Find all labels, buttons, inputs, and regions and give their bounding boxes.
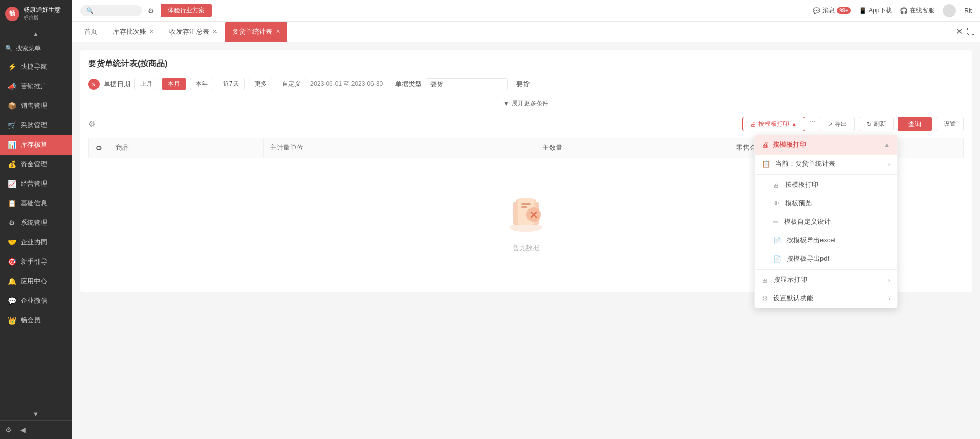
print-dropdown: 🖨 按模板打印 ▲ 📋 当前：要货单统计表 › 🖨 按模板打印 👁 模板预览 <box>754 135 898 308</box>
settings-icon[interactable]: ⚙ <box>5 426 12 434</box>
sidebar-scroll-up[interactable]: ▲ <box>0 28 72 40</box>
sales-icon: 📦 <box>7 101 16 110</box>
excel-icon: 📄 <box>773 237 781 244</box>
current-label: 当前：要货单统计表 <box>775 159 835 168</box>
system-icon: ⚙ <box>7 218 16 227</box>
tab-collection-summary[interactable]: 收发存汇总表 ✕ <box>162 22 224 42</box>
header-right: 💬 消息 99+ 📱 App下载 🎧 在线客服 Rit <box>813 4 972 17</box>
experience-btn[interactable]: 体验行业方案 <box>161 4 212 17</box>
date-btn-this-month[interactable]: 本月 <box>162 78 186 90</box>
sidebar-item-label: 应用中心 <box>21 277 47 286</box>
expand-conditions-btn[interactable]: ▼ 展开更多条件 <box>497 97 555 110</box>
basic-icon: 📋 <box>7 199 16 208</box>
search-icon: 🔍 <box>86 7 94 14</box>
sidebar-item-label: 企业协同 <box>21 238 47 247</box>
sidebar-item-operation[interactable]: 📈 经营管理 <box>0 174 72 194</box>
dropdown-header: 🖨 按模板打印 ▲ <box>755 135 897 155</box>
dropdown-item-template-preview[interactable]: 👁 模板预览 <box>755 194 897 213</box>
sidebar-item-member[interactable]: 👑 畅会员 <box>0 311 72 330</box>
sidebar-item-appstore[interactable]: 🔔 应用中心 <box>0 272 72 291</box>
tab-batch-account[interactable]: 库存批次账 ✕ <box>106 22 161 42</box>
tab-home[interactable]: 首页 <box>77 22 105 42</box>
table-toolbar: ⚙ 🖨 按模板打印 ▲ ··· ↗ 导出 ↻ 刷新 <box>88 117 964 131</box>
date-btn-7days[interactable]: 近7天 <box>218 78 245 90</box>
gear-icon[interactable]: ⚙ <box>148 7 154 15</box>
sidebar-item-quick-nav[interactable]: ⚡ 快捷导航 <box>0 57 72 77</box>
app-download-btn[interactable]: 📱 App下载 <box>859 6 892 15</box>
sidebar-scroll-down[interactable]: ▼ <box>0 408 72 420</box>
tab-close-icon[interactable]: ✕ <box>212 28 217 35</box>
top-search[interactable]: 🔍 <box>80 5 142 16</box>
export-btn[interactable]: ↗ 导出 <box>820 117 855 131</box>
sidebar-item-purchase[interactable]: 🛒 采购管理 <box>0 116 72 135</box>
chevron-right-icon: › <box>888 160 890 168</box>
dropdown-item-template-design[interactable]: ✏ 模板自定义设计 <box>755 213 897 231</box>
sidebar-item-marketing[interactable]: 📣 营销推广 <box>0 77 72 96</box>
sidebar-item-label: 营销推广 <box>21 82 47 91</box>
sidebar-item-newbie[interactable]: 🎯 新手引导 <box>0 252 72 272</box>
print-btn[interactable]: 🖨 按模板打印 ▲ <box>742 117 805 131</box>
sidebar-bottom: ⚙ ◀ <box>0 420 72 439</box>
print-label: 按模板打印 <box>758 120 789 128</box>
service-label: 在线客服 <box>910 6 934 15</box>
print-icon: 🖨 <box>750 121 756 128</box>
type-select[interactable]: 要货 <box>426 78 508 90</box>
online-service-btn[interactable]: 🎧 在线客服 <box>900 6 934 15</box>
date-btn-custom[interactable]: 自定义 <box>277 78 306 90</box>
dropdown-item-export-pdf[interactable]: 📄 按模板导出pdf <box>755 250 897 268</box>
dropdown-item-export-excel[interactable]: 📄 按模板导出excel <box>755 231 897 250</box>
message-btn[interactable]: 💬 消息 99+ <box>813 6 851 15</box>
dropdown-display-print[interactable]: 🖨 按显示打印 › <box>755 271 897 289</box>
sidebar-item-inventory[interactable]: 📊 库存核算 <box>0 135 72 155</box>
tab-order-stats[interactable]: 要货单统计表 ✕ <box>225 22 287 42</box>
app-icon: 📱 <box>859 7 867 14</box>
date-btn-this-year[interactable]: 本年 <box>190 78 213 90</box>
maximize-icon[interactable]: ⛶ <box>967 27 975 36</box>
tab-close-icon[interactable]: ✕ <box>276 28 280 35</box>
search-menu-btn[interactable]: 🔍 搜索菜单 <box>0 40 72 57</box>
dropdown-set-default[interactable]: ⚙ 设置默认功能 › <box>755 289 897 308</box>
sidebar-item-sales[interactable]: 📦 销售管理 <box>0 96 72 116</box>
table-config-btn[interactable]: ⚙ <box>88 119 95 129</box>
sidebar-item-corp[interactable]: 🤝 企业协同 <box>0 233 72 252</box>
sidebar-item-basic[interactable]: 📋 基础信息 <box>0 194 72 213</box>
settings-btn[interactable]: 设置 <box>936 117 964 131</box>
display-print-label: 按显示打印 <box>774 275 807 284</box>
collapse-icon[interactable]: ◀ <box>20 426 26 434</box>
th-quantity: 主数量 <box>536 138 730 158</box>
svg-rect-7 <box>521 203 531 205</box>
more-options-icon[interactable]: ··· <box>809 117 816 131</box>
marketing-icon: 📣 <box>7 82 16 91</box>
service-icon: 🎧 <box>900 7 908 14</box>
refresh-label: 刷新 <box>874 120 886 128</box>
tab-close-icon[interactable]: ✕ <box>149 28 154 35</box>
sidebar-item-system[interactable]: ⚙ 系统管理 <box>0 213 72 233</box>
th-product: 商品 <box>109 138 264 158</box>
message-badge: 99+ <box>837 7 851 14</box>
tab-label: 要货单统计表 <box>232 27 272 36</box>
search-menu-label: 搜索菜单 <box>16 44 41 53</box>
date-btn-more[interactable]: 更多 <box>249 78 272 90</box>
date-btn-last-month[interactable]: 上月 <box>134 78 158 90</box>
dropdown-close-icon[interactable]: ▲ <box>883 141 890 149</box>
app-version: 标准版 <box>24 14 61 22</box>
app-logo: 畅 畅康通好生意 标准版 <box>0 0 72 28</box>
sidebar-item-corpwx[interactable]: 💬 企业微信 <box>0 291 72 311</box>
sidebar-item-label: 经营管理 <box>21 179 47 188</box>
require-filter-label: 要货 <box>516 80 530 89</box>
printer-icon: 🖨 <box>762 141 769 149</box>
query-btn[interactable]: 查询 <box>898 117 932 131</box>
refresh-btn[interactable]: ↻ 刷新 <box>859 117 894 131</box>
avatar <box>943 4 956 17</box>
dropdown-current-item[interactable]: 📋 当前：要货单统计表 › <box>755 155 897 173</box>
chevron-right-icon: › <box>888 295 890 302</box>
date-range-display: 2023-06-01 至 2023-06-30 <box>310 80 383 88</box>
dropdown-title-area: 🖨 按模板打印 <box>762 140 806 149</box>
sidebar-item-finance[interactable]: 💰 资金管理 <box>0 155 72 174</box>
tab-actions: ✕ ⛶ <box>956 27 975 36</box>
close-tab-icon[interactable]: ✕ <box>956 27 963 36</box>
dropdown-item-template-print[interactable]: 🖨 按模板打印 <box>755 176 897 194</box>
export-label: 导出 <box>835 120 847 128</box>
printer-icon: 🖨 <box>773 181 780 189</box>
filter-expand-btn[interactable]: » <box>88 79 100 90</box>
